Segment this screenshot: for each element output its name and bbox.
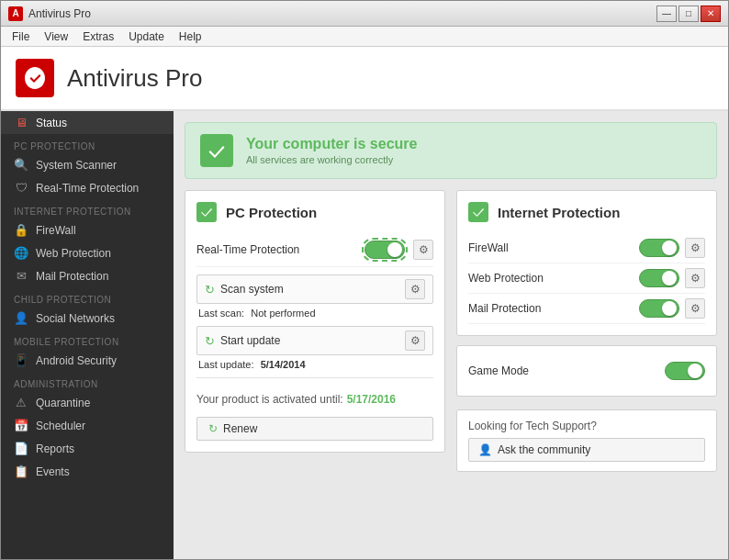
section-child-protection: CHILD PROTECTION	[1, 287, 174, 307]
scan-info: Last scan: Not performed	[196, 308, 433, 319]
firewall-toggle-row: FireWall ⚙	[468, 233, 705, 263]
menu-file[interactable]: File	[5, 28, 37, 45]
sidebar-item-system-scanner[interactable]: 🔍 System Scanner	[1, 153, 174, 176]
sidebar-item-web-protection[interactable]: 🌐 Web Protection	[1, 241, 174, 264]
scan-section: ↻ Scan system ⚙ Last scan: Not performed	[196, 274, 433, 319]
section-internet-protection: INTERNET PROTECTION	[1, 199, 174, 218]
mail-toggle[interactable]	[639, 299, 679, 318]
mail-protection-label: Mail Protection	[468, 302, 639, 315]
web-protection-label: Web Protection	[468, 272, 639, 285]
scanner-icon: 🔍	[14, 158, 28, 172]
sidebar-android-label: Android Security	[36, 354, 117, 367]
close-button[interactable]: ✕	[701, 6, 721, 22]
realtime-gear-button[interactable]: ⚙	[413, 240, 433, 260]
game-mode-toggle[interactable]	[665, 362, 705, 380]
realtime-toggle-row: Real-Time Protection ⚙	[196, 233, 433, 267]
renew-icon: ↻	[208, 422, 218, 435]
sidebar-quarantine-label: Quarantine	[36, 397, 90, 409]
sidebar-item-android[interactable]: 📱 Android Security	[1, 349, 174, 372]
minimize-button[interactable]: —	[656, 6, 677, 22]
internet-protection-column: Internet Protection FireWall ⚙	[456, 190, 717, 472]
mail-icon: ✉	[14, 269, 28, 283]
social-icon: 👤	[14, 311, 28, 325]
firewall-toggle[interactable]	[639, 239, 679, 257]
sidebar-scheduler-label: Scheduler	[36, 420, 85, 432]
pc-checkmark-icon	[200, 206, 213, 218]
sidebar-item-events[interactable]: 📋 Events	[1, 460, 174, 483]
maximize-button[interactable]: □	[679, 6, 699, 22]
web-gear-button[interactable]: ⚙	[685, 268, 705, 288]
reports-icon: 📄	[14, 442, 28, 455]
update-icon: ↻	[205, 334, 215, 348]
pc-protection-title: PC Protection	[196, 202, 433, 222]
internet-checkmark-icon	[472, 206, 485, 218]
game-mode-card: Game Mode	[456, 345, 717, 397]
window-controls: — □ ✕	[656, 6, 721, 22]
tech-support-card: Looking for Tech Support? 👤 Ask the comm…	[456, 409, 717, 472]
firewall-gear-button[interactable]: ⚙	[685, 238, 705, 258]
mail-toggle-row: Mail Protection ⚙	[468, 294, 705, 324]
scan-label: Scan system	[220, 283, 405, 296]
sidebar-item-realtime[interactable]: 🛡 Real-Time Protection	[1, 176, 174, 199]
web-knob	[662, 271, 677, 286]
pc-check-icon	[196, 202, 217, 222]
realtime-knob	[387, 242, 402, 257]
update-label: Start update	[220, 334, 405, 347]
status-banner: Your computer is secure All services are…	[185, 122, 717, 179]
menu-view[interactable]: View	[37, 28, 75, 45]
section-administration: ADMINISTRATION	[1, 372, 174, 391]
menu-update[interactable]: Update	[121, 28, 172, 45]
renew-button[interactable]: ↻ Renew	[196, 417, 433, 441]
menu-help[interactable]: Help	[172, 28, 209, 45]
sidebar-item-reports[interactable]: 📄 Reports	[1, 437, 174, 460]
last-update-label: Last update:	[198, 359, 254, 370]
main-window: A Antivirus Pro — □ ✕ File View Extras U…	[0, 0, 729, 560]
web-toggle[interactable]	[639, 269, 679, 287]
internet-protection-card: Internet Protection FireWall ⚙	[456, 190, 717, 336]
sidebar-status-label: Status	[36, 117, 67, 129]
section-mobile-protection: MOBILE PROTECTION	[1, 330, 174, 349]
sidebar-social-label: Social Networks	[36, 312, 115, 325]
internet-check-icon	[468, 202, 488, 222]
game-mode-label: Game Mode	[468, 364, 665, 377]
sidebar-item-scheduler[interactable]: 📅 Scheduler	[1, 414, 174, 437]
logo-icon	[22, 65, 48, 91]
status-icon: 🖥	[14, 116, 28, 129]
mail-gear-button[interactable]: ⚙	[685, 298, 705, 319]
update-row[interactable]: ↻ Start update ⚙	[196, 326, 433, 355]
pc-protection-column: PC Protection Real-Time Protection ⚙	[185, 190, 445, 472]
checkmark-icon	[207, 140, 227, 161]
scheduler-icon: 📅	[14, 419, 28, 432]
scan-gear-button[interactable]: ⚙	[405, 279, 425, 299]
sidebar-scanner-label: System Scanner	[36, 159, 117, 172]
realtime-toggle[interactable]	[364, 241, 405, 259]
sidebar-item-social-networks[interactable]: 👤 Social Networks	[1, 307, 174, 330]
sidebar-item-status[interactable]: 🖥 Status	[1, 111, 174, 134]
pc-protection-card: PC Protection Real-Time Protection ⚙	[185, 190, 445, 453]
renew-label: Renew	[223, 422, 257, 435]
sidebar-item-mail-protection[interactable]: ✉ Mail Protection	[1, 264, 174, 287]
internet-protection-title: Internet Protection	[468, 202, 705, 222]
firewall-knob	[662, 241, 677, 255]
sidebar: 🖥 Status PC PROTECTION 🔍 System Scanner …	[1, 111, 174, 559]
sidebar-mail-label: Mail Protection	[36, 270, 108, 283]
community-button[interactable]: 👤 Ask the community	[468, 438, 705, 462]
status-title: Your computer is secure	[246, 136, 417, 152]
app-header: Antivirus Pro	[1, 47, 728, 111]
app-icon: A	[8, 6, 23, 21]
sidebar-item-firewall[interactable]: 🔒 FireWall	[1, 218, 174, 241]
sidebar-events-label: Events	[36, 465, 70, 478]
sidebar-web-label: Web Protection	[36, 247, 111, 260]
activation-section: Your product is activated until: 5/17/20…	[196, 377, 433, 441]
menu-extras[interactable]: Extras	[75, 28, 121, 45]
mail-knob	[662, 301, 677, 316]
web-icon: 🌐	[14, 246, 28, 260]
realtime-label: Real-Time Protection	[196, 243, 362, 256]
update-gear-button[interactable]: ⚙	[405, 330, 425, 351]
app-logo	[16, 59, 54, 97]
status-text: Your computer is secure All services are…	[246, 136, 417, 165]
realtime-icon: 🛡	[14, 181, 28, 195]
title-bar-text: Antivirus Pro	[28, 7, 656, 20]
scan-row[interactable]: ↻ Scan system ⚙	[196, 274, 433, 304]
sidebar-item-quarantine[interactable]: ⚠ Quarantine	[1, 391, 174, 414]
